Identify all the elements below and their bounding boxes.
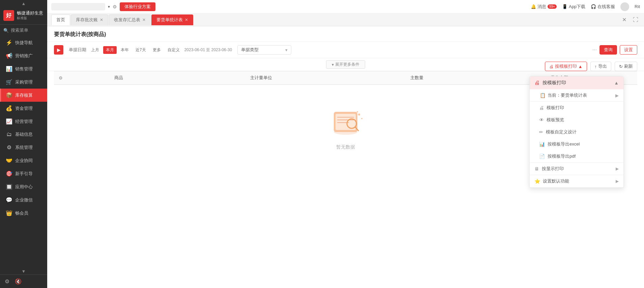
tab-yaohuo-close[interactable]: ✕ (185, 18, 188, 22)
content-action-bar: 🖨 按模板打印 ▲ ↑ 导出 ↻ 刷新 (545, 62, 637, 71)
settings-button[interactable]: 设置 (620, 45, 637, 55)
current-template-section: 📋 当前：要货单统计表 ▶ (530, 89, 623, 102)
topbar-dropdown-arrow[interactable]: ▾ (108, 4, 110, 9)
table-th-gear[interactable]: ⚙ (54, 71, 67, 85)
date-tab-this-year[interactable]: 本年 (118, 46, 131, 54)
tab-close-all-button[interactable]: ✕ (620, 15, 628, 24)
tab-shoufa-huizong[interactable]: 收发存汇总表 ✕ (109, 14, 151, 25)
app-logo-icon: 好 (3, 10, 14, 21)
tab-kucun-pici[interactable]: 库存批次账 ✕ (71, 14, 108, 25)
sidebar-item-weixin[interactable]: 💬 企业微信 (0, 193, 47, 206)
template-print-button[interactable]: 🖨 按模板打印 ▲ (545, 62, 587, 71)
export-button[interactable]: ↑ 导出 (590, 62, 612, 71)
nav-icon-caigou: 🛒 (6, 79, 12, 85)
sidebar-item-huiyuan[interactable]: 👑 畅会员 (0, 206, 47, 220)
display-print-item[interactable]: 🖥 按显示打印 ▶ (530, 163, 623, 175)
tab-maximize-button[interactable]: ⛶ (631, 15, 640, 24)
sidebar-footer: ⚙ 🔇 (0, 275, 47, 288)
sidebar-sound-icon[interactable]: 🔇 (15, 278, 22, 285)
template-preview-icon: 👁 (539, 117, 544, 123)
set-default-item[interactable]: ⭐ 设置默认功能 ▶ (530, 175, 623, 187)
table-th-quantity: 主数量 (352, 71, 481, 85)
sidebar-item-kucun[interactable]: 📦 库存核算 (0, 89, 47, 102)
gear-icon: ⚙ (59, 75, 63, 81)
nav-icon-zijin: 💰 (6, 105, 12, 111)
date-tab-last-month[interactable]: 上月 (88, 46, 102, 54)
template-excel-left: 📊 按模板导出excel (539, 141, 580, 147)
nav-icon-qiye: 🤝 (6, 157, 12, 164)
sidebar-search-item[interactable]: 🔍 搜索菜单 (0, 25, 47, 36)
date-filter-group: 单据日期 上月 本月 本年 近7天 更多 自定义 2023-06-01 至 20… (69, 46, 232, 54)
nav-icon-yingyong: 🔲 (6, 184, 12, 190)
sidebar-item-jingying[interactable]: 📈 经营管理 (0, 115, 47, 128)
tabbar-right: ✕ ⛶ (620, 15, 640, 24)
filter-dots-button[interactable]: ··· (592, 47, 597, 53)
template-pdf-item[interactable]: 📄 按模板导出pdf (530, 150, 623, 162)
empty-text: 暂无数据 (336, 144, 355, 150)
date-tab-this-month[interactable]: 本月 (103, 46, 117, 54)
template-design-icon: ✏ (539, 129, 543, 135)
template-pdf-left: 📄 按模板导出pdf (539, 153, 576, 159)
display-print-section: 🖥 按显示打印 ▶ (530, 163, 623, 175)
date-tab-more[interactable]: 更多 (150, 46, 164, 54)
sidebar-item-kuaijie[interactable]: ⚡ 快捷导航 (0, 36, 47, 49)
current-template-icon: 📋 (540, 93, 546, 98)
sidebar-scroll-up[interactable]: ▲ (0, 0, 47, 7)
print-dropdown-collapse-arrow[interactable]: ▲ (614, 80, 619, 86)
current-template-item[interactable]: 📋 当前：要货单统计表 ▶ (530, 89, 623, 101)
user-avatar[interactable] (620, 2, 629, 11)
app-logo-text: 畅捷通好生意 标准版 (17, 10, 43, 21)
tab-home-label: 首页 (56, 17, 65, 23)
order-type-select[interactable]: 单据类型 ▾ (237, 45, 291, 55)
set-default-arrow: ▶ (616, 179, 619, 184)
sidebar-item-xinshou[interactable]: 🎯 新手引导 (0, 167, 47, 180)
expand-more-icon: ▾ (332, 62, 334, 67)
query-button[interactable]: 查询 (599, 45, 617, 55)
sidebar-settings-icon[interactable]: ⚙ (5, 278, 9, 285)
topbar-gear-icon[interactable]: ⚙ (113, 4, 117, 9)
sidebar-item-xitong[interactable]: ⚙ 系统管理 (0, 141, 47, 154)
date-tab-custom[interactable]: 自定义 (165, 46, 182, 54)
expand-more-button[interactable]: ▾ 展开更多条件 (326, 60, 365, 69)
sidebar-item-jichu[interactable]: 🗂 基础信息 (0, 128, 47, 141)
tab-kucun-pici-close[interactable]: ✕ (100, 18, 103, 22)
template-print-item[interactable]: 🖨 模板打印 (530, 102, 623, 114)
print-dropdown-title: 按模板打印 (543, 80, 566, 86)
template-print-icon: 🖨 (539, 105, 544, 110)
refresh-button[interactable]: ↻ 刷新 (615, 62, 637, 71)
template-excel-item[interactable]: 📊 按模板导出excel (530, 138, 623, 150)
printer-icon: 🖨 (534, 80, 540, 86)
tab-home[interactable]: 首页 (51, 14, 70, 25)
svg-point-10 (361, 118, 362, 119)
table-th-unit: 主计量单位 (170, 71, 352, 85)
online-service-button[interactable]: 🎧 在线客服 (591, 4, 615, 10)
template-preview-item[interactable]: 👁 模板预览 (530, 114, 623, 126)
date-tab-last7days[interactable]: 近7天 (133, 46, 149, 54)
sidebar-item-zijin[interactable]: 💰 资金管理 (0, 102, 47, 115)
app-download-button[interactable]: 📱 App下载 (562, 4, 585, 10)
sidebar-item-qiye[interactable]: 🤝 企业协同 (0, 154, 47, 167)
sidebar-item-xiaoshou[interactable]: 📊 销售管理 (0, 62, 47, 75)
tab-shoufa-close[interactable]: ✕ (142, 18, 146, 22)
set-default-icon: ⭐ (534, 179, 540, 184)
filter-bar: ▶ 单据日期 上月 本月 本年 近7天 更多 自定义 2023-06-01 至 … (47, 42, 644, 58)
topbar-search-input[interactable] (51, 3, 105, 10)
nav-icon-jichu: 🗂 (6, 131, 12, 137)
trial-button[interactable]: 体验行业方案 (120, 2, 155, 11)
sidebar-item-yingyong[interactable]: 🔲 应用中心 (0, 180, 47, 193)
tab-yaohuo-tongji[interactable]: 要货单统计表 ✕ (151, 14, 193, 25)
date-tabs: 上月 本月 本年 近7天 更多 自定义 (88, 46, 182, 54)
filter-expand-button[interactable]: ▶ (54, 45, 63, 55)
sidebar-item-yingxiao[interactable]: 📢 营销推广 (0, 49, 47, 62)
sidebar-scroll-down[interactable]: ▼ (0, 268, 47, 275)
nav-icon-xiaoshou: 📊 (6, 66, 12, 72)
filter-actions: ··· 查询 设置 (592, 45, 637, 55)
refresh-icon: ↻ (619, 64, 623, 69)
notifications-button[interactable]: 🔔 消息 99+ (531, 4, 557, 10)
template-design-item[interactable]: ✏ 模板自定义设计 (530, 126, 623, 138)
nav-icon-weixin: 💬 (6, 197, 12, 203)
print-dropdown-header[interactable]: 🖨 按模板打印 ▲ (530, 76, 623, 89)
content-area: 要货单统计表(按商品) ▶ 单据日期 上月 本月 本年 近7天 更多 自定义 2… (47, 26, 644, 288)
sidebar-item-caigou[interactable]: 🛒 采购管理 (0, 75, 47, 89)
template-preview-left: 👁 模板预览 (539, 117, 564, 123)
